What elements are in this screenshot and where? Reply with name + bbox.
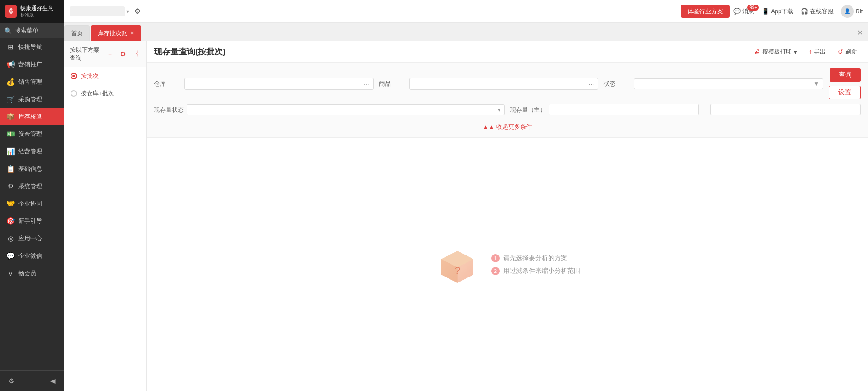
filter-by-warehouse-batch[interactable]: 按仓库+批次	[64, 85, 146, 102]
tab-inventory-batch[interactable]: 库存批次账 ✕	[91, 25, 141, 41]
tab-home-label: 首页	[71, 29, 83, 38]
tabbar: 首页 库存批次账 ✕ ✕	[64, 23, 868, 41]
company-info: 畅康通好生意 标准版	[20, 5, 53, 18]
nav-icon-guide: 🎯	[6, 217, 15, 225]
stock-amount-to[interactable]	[710, 104, 861, 115]
svg-text:?: ?	[455, 265, 460, 276]
sidebar-item-wechat[interactable]: 💬企业微信	[0, 247, 64, 265]
collapse-label: 收起更多条件	[496, 123, 532, 131]
export-btn[interactable]: ↑ 导出	[805, 46, 830, 58]
export-icon: ↑	[809, 48, 812, 55]
empty-tip-2: 2 用过滤条件来缩小分析范围	[491, 267, 580, 275]
empty-state: ? 1 请先选择要分析的方案 2 用过滤条件来缩小分析范围	[147, 138, 868, 391]
tab-home[interactable]: 首页	[64, 25, 90, 41]
settings-btn[interactable]: 设置	[829, 86, 861, 99]
status-chevron-icon: ▼	[813, 81, 819, 87]
filter-panel: 按以下方案查询 + ⚙ 《 按批次 按仓库+批次	[64, 41, 147, 391]
nav-icon-operations: 📊	[6, 147, 15, 156]
warehouse-input-wrap[interactable]: ···	[184, 78, 374, 90]
nav-icon-basic: 📋	[6, 165, 15, 173]
product-field: 商品 ···	[379, 78, 599, 90]
filter-by-batch-label: 按批次	[81, 72, 99, 80]
breadcrumb-input[interactable]	[70, 6, 125, 16]
content: 按以下方案查询 + ⚙ 《 按批次 按仓库+批次	[64, 41, 868, 391]
main-area: ▾ ⚙ 体验行业方案 💬 消息 99+ 📱 App下载 🎧 在线客服 👤	[64, 0, 868, 391]
filter-settings-icon[interactable]: ⚙	[118, 49, 128, 59]
sidebar-item-guide[interactable]: 🎯新手引导	[0, 212, 64, 230]
nav-icon-system: ⚙	[6, 182, 15, 190]
tab-close-icon[interactable]: ✕	[130, 30, 134, 36]
sidebar-item-system[interactable]: ⚙系统管理	[0, 178, 64, 195]
user-name: Rit	[856, 8, 863, 15]
experience-btn[interactable]: 体验行业方案	[681, 5, 730, 18]
stock-status-select[interactable]: ▾	[187, 104, 505, 115]
print-chevron-icon: ▾	[794, 49, 797, 55]
product-dots[interactable]: ···	[589, 80, 594, 87]
filter-radio-warehouse-batch	[71, 90, 77, 97]
stock-amount-from-input[interactable]	[553, 106, 695, 113]
sidebar-item-enterprise[interactable]: 🤝企业协同	[0, 195, 64, 212]
refresh-btn[interactable]: ↺ 刷新	[834, 46, 861, 58]
filter-by-warehouse-batch-label: 按仓库+批次	[81, 89, 114, 98]
nav-icon-finance: 💵	[6, 130, 15, 138]
nav-label-quick-nav: 快捷导航	[18, 43, 42, 51]
nav-icon-marketing: 📢	[6, 60, 15, 69]
search-row-2: 现存量状态 ▾ 现存量（主） —	[154, 104, 861, 115]
sidebar-item-inventory[interactable]: 📦库存核算	[0, 108, 64, 125]
tip-text-1: 请先选择要分析的方案	[503, 254, 567, 262]
stock-amount-label: 现存量（主）	[510, 106, 546, 114]
filter-collapse-icon[interactable]: 《	[131, 49, 141, 59]
sidebar-search-label: 搜索菜单	[15, 27, 38, 35]
sidebar-item-marketing[interactable]: 📢营销推广	[0, 56, 64, 73]
warehouse-label: 仓库	[154, 80, 181, 88]
sidebar-item-finance[interactable]: 💵资金管理	[0, 125, 64, 143]
product-input[interactable]	[413, 81, 587, 87]
page-header: 现存量查询(按批次) 🖨 按模板打印 ▾ ↑ 导出 ↺ 刷新	[147, 41, 868, 63]
headset-icon: 🎧	[801, 8, 808, 15]
breadcrumb: ▾ ⚙	[70, 5, 677, 18]
warehouse-input[interactable]	[188, 81, 362, 87]
online-service-btn[interactable]: 🎧 在线客服	[801, 7, 834, 16]
app-download-btn[interactable]: 📱 App下载	[762, 7, 793, 16]
query-btn[interactable]: 查询	[830, 68, 861, 82]
refresh-label: 刷新	[845, 48, 857, 56]
sidebar-item-sales[interactable]: 💰销售管理	[0, 73, 64, 91]
tab-panel-close-btn[interactable]: ✕	[852, 24, 868, 41]
settings-icon[interactable]: ⚙	[5, 375, 17, 387]
nav-label-basic: 基础信息	[18, 165, 42, 173]
filter-add-icon[interactable]: +	[105, 49, 115, 59]
sidebar-item-quick-nav[interactable]: ⊞快捷导航	[0, 38, 64, 56]
sidebar-item-appstore[interactable]: ◎应用中心	[0, 230, 64, 247]
nav-label-marketing: 营销推广	[18, 60, 42, 69]
page-title: 现存量查询(按批次)	[154, 46, 225, 57]
search-row-1: 仓库 ··· 商品 ··· 状态	[154, 68, 861, 99]
stock-amount-from[interactable]	[549, 104, 699, 115]
sidebar-item-purchase[interactable]: 🛒采购管理	[0, 91, 64, 108]
online-service-label: 在线客服	[810, 7, 834, 16]
nav-label-guide: 新手引导	[18, 217, 42, 225]
warehouse-dots[interactable]: ···	[364, 80, 369, 87]
collapse-btn[interactable]: ▲▲ 收起更多条件	[154, 120, 861, 132]
sidebar-item-member[interactable]: V畅会员	[0, 265, 64, 282]
topbar-gear-icon[interactable]: ⚙	[131, 5, 144, 18]
sidebar-item-operations[interactable]: 📊经营管理	[0, 143, 64, 160]
nav-label-operations: 经营管理	[18, 147, 42, 156]
filter-by-batch[interactable]: 按批次	[64, 67, 146, 85]
nav-label-appstore: 应用中心	[18, 234, 42, 243]
messages-btn[interactable]: 💬 消息 99+	[733, 7, 754, 16]
stock-amount-field: 现存量（主） —	[510, 104, 861, 115]
stock-amount-to-input[interactable]	[714, 106, 857, 113]
collapse-icon[interactable]: ◀	[47, 375, 60, 387]
sidebar-item-basic[interactable]: 📋基础信息	[0, 160, 64, 178]
breadcrumb-chevron-icon: ▾	[126, 8, 129, 15]
sidebar-search[interactable]: 🔍 搜索菜单	[0, 23, 64, 38]
nav-icon-member: V	[6, 269, 15, 277]
product-input-wrap[interactable]: ···	[409, 78, 599, 90]
status-select[interactable]: ▼	[634, 78, 823, 89]
nav-label-inventory: 库存核算	[18, 113, 42, 121]
user-profile[interactable]: 👤 Rit	[841, 5, 863, 18]
print-template-btn[interactable]: 🖨 按模板打印 ▾	[750, 46, 801, 58]
app-download-label: App下载	[771, 7, 793, 16]
empty-tips: 1 请先选择要分析的方案 2 用过滤条件来缩小分析范围	[491, 254, 580, 275]
nav-icon-enterprise: 🤝	[6, 200, 15, 208]
